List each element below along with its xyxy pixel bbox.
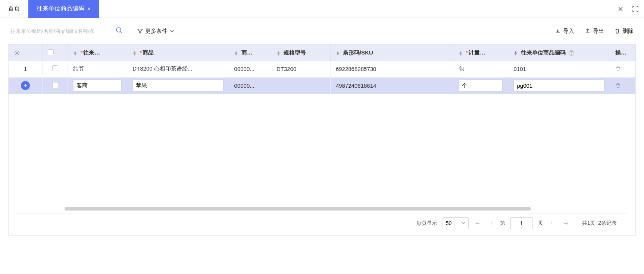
search-icon[interactable] [116,27,122,34]
partner-product-code-input[interactable] [513,80,604,91]
page-suffix: 页 [538,220,543,227]
page-input[interactable] [510,217,533,229]
column-product[interactable]: ▲▼ *商品 [127,44,229,61]
column-product-label: 商品 [143,49,154,56]
export-label: 导出 [593,28,604,35]
cell-partner-product-code[interactable]: 0101 [508,61,610,77]
delete-label: 删除 [622,28,634,35]
cell-spec [271,77,331,94]
column-partner-product-code[interactable]: ▲▼ 往来单位商品编码 ? [508,44,610,61]
export-icon [585,28,591,34]
chevron-down-icon [170,29,174,33]
cell-unit[interactable]: 包 [453,61,508,77]
product-input[interactable] [132,80,223,91]
column-barcode-label: 条形码/SKU [343,49,373,56]
sort-icon: ▲▼ [234,51,238,55]
add-row-button[interactable]: + [21,81,30,90]
column-spec[interactable]: ▲▼ 规格型号 [271,44,331,61]
cell-product-code: 00000... [229,77,271,94]
delete-row-icon[interactable] [615,66,630,72]
checkbox[interactable] [52,65,58,71]
trash-icon [615,28,620,34]
search-wrap [10,25,122,37]
fullscreen-icon[interactable] [631,5,640,13]
table-row[interactable]: + 00000... 4987240618614 [9,77,635,94]
sort-icon: ▲▼ [459,51,463,55]
tab-home[interactable]: 首页 [0,0,28,18]
prev-page-icon[interactable]: 〈 [487,220,495,227]
page-prefix: 第 [500,220,505,227]
cell-barcode: 4987240618614 [330,77,453,94]
toolbar: 更多条件 导入 导出 删除 [0,18,644,44]
tab-home-label: 首页 [8,5,20,13]
sort-icon: ▲▼ [132,51,137,55]
column-product-code[interactable]: ▲▼ 商… [229,44,271,61]
gear-icon [14,50,37,56]
import-label: 导入 [563,28,574,35]
more-filters-label: 更多条件 [145,28,168,35]
page-summary: 共1页, 2条记录 [582,220,617,227]
delete-button[interactable]: 删除 [615,28,634,35]
cell-spec: DT3200 [271,61,331,77]
column-unit-label: 计量… [469,49,485,56]
close-icon[interactable]: × [87,6,91,12]
partner-input[interactable] [73,80,122,91]
column-checkbox-all[interactable] [43,44,68,61]
per-page-label: 每页显示 [416,220,437,227]
column-partner[interactable]: ▲▼ *往来… [68,44,127,61]
column-operation-label: 操… [615,49,626,56]
svg-point-1 [16,52,18,54]
last-page-icon[interactable]: ⇥ [562,220,569,226]
unit-input[interactable] [459,80,503,91]
filter-icon [137,28,143,34]
cell-partner[interactable]: 结算 [68,61,127,77]
checkbox[interactable] [52,82,58,88]
more-filters-button[interactable]: 更多条件 [137,28,174,35]
tab-partner-product-code[interactable]: 往来单位商品编码 × [28,0,99,18]
sort-icon: ▲▼ [276,51,281,55]
column-barcode[interactable]: ▲▼ 条形码/SKU [330,44,453,61]
sort-icon: ▲▼ [336,51,340,55]
svg-point-0 [116,28,121,32]
export-button[interactable]: 导出 [585,28,604,35]
close-all-icon[interactable] [616,5,625,13]
pagination: 每页显示 ⇤ 〈 第 页 〉 ⇥ 共1页, 2条记录 [17,213,627,235]
sort-icon: ▲▼ [73,51,77,55]
table-row[interactable]: 1 结算 DT3200 心相印茶语经... 00000... DT3200 69… [9,61,635,77]
column-spec-label: 规格型号 [284,49,306,56]
next-page-icon[interactable]: 〉 [548,220,557,227]
horizontal-scrollbar[interactable] [9,207,635,211]
column-settings[interactable] [9,44,43,61]
sort-icon: ▲▼ [513,51,518,55]
search-input[interactable] [10,25,122,37]
help-icon[interactable]: ? [569,50,574,56]
column-product-code-label: 商… [241,49,253,56]
cell-barcode: 6922868285730 [330,61,453,77]
page-size-select[interactable] [443,217,469,229]
scrollbar-thumb[interactable] [65,207,531,211]
column-unit[interactable]: ▲▼ *计量… [453,44,508,61]
first-page-icon[interactable]: ⇤ [474,220,481,226]
cell-product-code: 00000... [229,61,271,77]
import-button[interactable]: 导入 [555,28,574,35]
column-partner-product-code-label: 往来单位商品编码 [521,49,566,56]
checkbox[interactable] [48,49,54,55]
table: ▲▼ *往来… ▲▼ *商品 ▲▼ 商… ▲▼ 规格型号 ▲▼ 条形码/SK [8,44,636,236]
column-operation: 操… [610,44,635,61]
import-icon [555,28,561,34]
column-partner-label: 往来… [83,49,100,56]
tab-bar: 首页 往来单位商品编码 × [0,0,644,18]
delete-row-icon[interactable] [615,83,630,88]
row-index: 1 [9,61,43,77]
cell-product[interactable]: DT3200 心相印茶语经... [127,61,229,77]
tab-active-label: 往来单位商品编码 [37,5,84,13]
